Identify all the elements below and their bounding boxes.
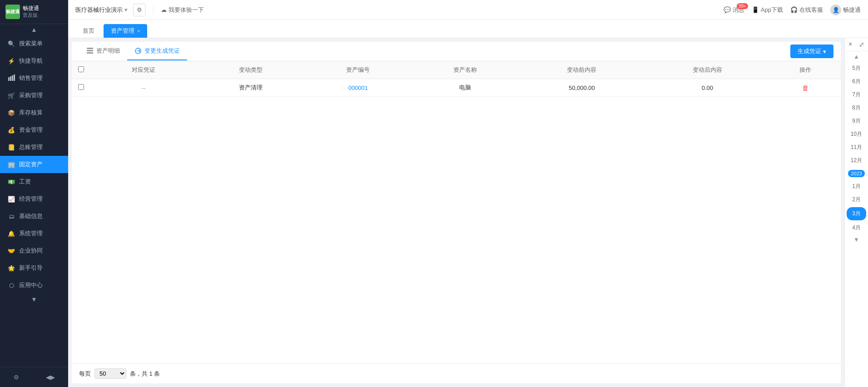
td-asset-name: 电脑 bbox=[412, 79, 519, 97]
sidebar-item-payroll[interactable]: 💵 工资 bbox=[0, 173, 68, 190]
row-checkbox[interactable] bbox=[78, 84, 84, 90]
timeline-scroll-up-btn[interactable]: ▲ bbox=[845, 51, 868, 62]
tab-asset-mgmt-close[interactable]: × bbox=[137, 28, 140, 34]
sub-tab-asset-list[interactable]: 资产明细 bbox=[79, 42, 127, 60]
timeline-item-6[interactable]: 6月 bbox=[845, 75, 868, 88]
purchase-icon: 🛒 bbox=[7, 91, 15, 99]
td-asset-no: 000001 bbox=[304, 79, 412, 97]
th-action: 操作 bbox=[770, 61, 841, 79]
generate-label: 生成凭证 bbox=[798, 47, 821, 55]
per-page-select[interactable]: 10 20 50 100 bbox=[94, 368, 126, 379]
table-header-row: 对应凭证 变动类型 资产编号 资产名称 变动前内容 变动后内容 操作 bbox=[72, 61, 841, 79]
sidebar-item-label: 快捷导航 bbox=[19, 57, 43, 65]
sidebar-item-guide[interactable]: 🌟 新手引导 bbox=[0, 259, 68, 277]
table-row: -- 资产清理 000001 电脑 50,000.00 0.00 🗑 bbox=[72, 79, 841, 97]
search-icon: 🔍 bbox=[7, 40, 15, 48]
sub-tab-change-voucher-label: 变更生成凭证 bbox=[144, 47, 180, 55]
topbar-gear-btn[interactable]: ⚙ bbox=[133, 4, 146, 16]
topbar-app-download-btn[interactable]: 📱 App下载 bbox=[752, 6, 783, 14]
panel-expand-btn[interactable]: ⤢ bbox=[859, 41, 864, 48]
scroll-down-btn[interactable]: ▼ bbox=[31, 296, 37, 303]
sidebar-item-basic-info[interactable]: 🗂 基础信息 bbox=[0, 208, 68, 225]
timeline-item-2023-4[interactable]: 4月 bbox=[845, 221, 868, 234]
sidebar-item-inventory[interactable]: 📦 库存核算 bbox=[0, 104, 68, 121]
timeline-item-2023-2[interactable]: 2月 bbox=[845, 193, 868, 206]
pagination: 每页 10 20 50 100 条，共 1 条 bbox=[72, 363, 841, 383]
topbar-divider bbox=[153, 5, 154, 15]
timeline-item-8[interactable]: 8月 bbox=[845, 101, 868, 114]
sidebar-item-finance[interactable]: 💰 资金管理 bbox=[0, 121, 68, 139]
topbar-user-btn[interactable]: 👤 畅捷通 bbox=[830, 5, 861, 15]
sidebar-item-sales[interactable]: 销售管理 bbox=[0, 69, 68, 87]
timeline-item-9[interactable]: 9月 bbox=[845, 114, 868, 128]
select-all-checkbox[interactable] bbox=[78, 66, 84, 72]
timeline-item-7[interactable]: 7月 bbox=[845, 88, 868, 101]
topbar-messages-btn[interactable]: 💬 消息 99+ bbox=[724, 6, 744, 14]
timeline-scroll-down-btn[interactable]: ▼ bbox=[845, 234, 868, 245]
td-before-change: 50,000.00 bbox=[519, 79, 645, 97]
sidebar-scroll: ▲ 🔍 搜索菜单 ⚡ 快捷导航 销售管理 🛒 采购管理 📦 库存核算 💰 资金管… bbox=[0, 24, 68, 367]
timeline-item-2023-3[interactable]: 3月 bbox=[847, 207, 866, 220]
timeline-item-5[interactable]: 5月 bbox=[845, 62, 868, 75]
sidebar-item-fixed-assets[interactable]: 🏢 固定资产 bbox=[0, 156, 68, 173]
timeline-item-10[interactable]: 10月 bbox=[845, 128, 868, 141]
td-row-checkbox bbox=[72, 79, 90, 97]
sidebar-item-label: 资金管理 bbox=[19, 126, 43, 134]
change-icon bbox=[134, 47, 142, 55]
mobile-icon: 📱 bbox=[752, 6, 759, 13]
sidebar-collapse-btn[interactable]: ◀▶ bbox=[43, 371, 58, 383]
th-after-change: 变动后内容 bbox=[645, 61, 770, 79]
td-change-type: 资产清理 bbox=[197, 79, 304, 97]
th-asset-no: 资产编号 bbox=[304, 61, 412, 79]
svg-rect-4 bbox=[87, 48, 93, 49]
sidebar-bottom: ⚙ ◀▶ bbox=[0, 367, 68, 387]
th-voucher: 对应凭证 bbox=[90, 61, 197, 79]
tab-asset-mgmt-label: 资产管理 bbox=[111, 27, 134, 35]
sidebar-item-ledger[interactable]: 📒 总账管理 bbox=[0, 139, 68, 156]
th-change-type: 变动类型 bbox=[197, 61, 304, 79]
sidebar-item-app-center[interactable]: ⬡ 应用中心 bbox=[0, 277, 68, 294]
sidebar-item-operations[interactable]: 📈 经营管理 bbox=[0, 190, 68, 208]
sidebar-item-cooperation[interactable]: 🤝 企业协同 bbox=[0, 242, 68, 259]
sidebar-item-quicknav[interactable]: ⚡ 快捷导航 bbox=[0, 52, 68, 69]
timeline-item-11[interactable]: 11月 bbox=[845, 141, 868, 154]
svg-rect-5 bbox=[87, 50, 93, 51]
panel-close-btn[interactable]: × bbox=[848, 41, 852, 48]
total-label: 条，共 1 条 bbox=[130, 370, 160, 378]
sidebar-item-label: 销售管理 bbox=[19, 74, 43, 82]
sub-tab-right: 生成凭证 ▾ bbox=[790, 42, 833, 61]
sidebar-item-search[interactable]: 🔍 搜索菜单 bbox=[0, 35, 68, 52]
sidebar-item-label: 企业协同 bbox=[19, 247, 43, 255]
topbar-support-btn[interactable]: 🎧 在线客服 bbox=[790, 6, 823, 14]
delete-btn[interactable]: 🗑 bbox=[802, 84, 809, 92]
topbar: 医疗器械行业演示 ▾ ⚙ ☁ 我要体验一下 💬 消息 99+ 📱 App下载 🎧… bbox=[68, 0, 868, 20]
sidebar-item-label: 固定资产 bbox=[19, 160, 43, 169]
sidebar-item-label: 应用中心 bbox=[19, 281, 43, 289]
timeline-item-12[interactable]: 12月 bbox=[845, 154, 868, 167]
tab-asset-mgmt[interactable]: 资产管理 × bbox=[104, 24, 147, 38]
main-area: 医疗器械行业演示 ▾ ⚙ ☁ 我要体验一下 💬 消息 99+ 📱 App下载 🎧… bbox=[68, 0, 868, 387]
ledger-icon: 📒 bbox=[7, 143, 15, 151]
timeline-item-2023-1[interactable]: 1月 bbox=[845, 180, 868, 193]
sidebar-item-purchase[interactable]: 🛒 采购管理 bbox=[0, 87, 68, 104]
logo-text: 畅捷通 bbox=[23, 5, 39, 12]
sidebar: 畅捷通 畅捷通 普及版 ▲ 🔍 搜索菜单 ⚡ 快捷导航 销售管理 🛒 采购管理 bbox=[0, 0, 68, 387]
year-badge-2023: 2023 bbox=[848, 170, 864, 177]
sidebar-settings-btn[interactable]: ⚙ bbox=[11, 371, 22, 383]
inventory-icon: 📦 bbox=[7, 109, 15, 117]
svg-rect-0 bbox=[8, 77, 10, 81]
scroll-up-btn[interactable]: ▲ bbox=[31, 26, 37, 33]
sidebar-item-system[interactable]: 🔔 系统管理 bbox=[0, 225, 68, 242]
sidebar-scroll-down[interactable]: ▼ bbox=[0, 294, 68, 305]
payroll-icon: 💵 bbox=[7, 178, 15, 186]
sidebar-scroll-up[interactable]: ▲ bbox=[0, 24, 68, 35]
topbar-experience-btn[interactable]: ☁ 我要体验一下 bbox=[161, 6, 204, 14]
sub-tab-change-voucher[interactable]: 变更生成凭证 bbox=[127, 42, 187, 60]
sub-tab-asset-list-label: 资产明细 bbox=[96, 47, 120, 55]
generate-voucher-btn[interactable]: 生成凭证 ▾ bbox=[790, 45, 833, 58]
sub-tabs: 资产明细 变更生成凭证 生成凭证 ▾ bbox=[72, 42, 841, 61]
th-asset-name: 资产名称 bbox=[412, 61, 519, 79]
support-label: 在线客服 bbox=[799, 6, 823, 14]
topbar-dropdown-arrow[interactable]: ▾ bbox=[124, 6, 128, 13]
tab-home[interactable]: 首页 bbox=[75, 24, 102, 38]
